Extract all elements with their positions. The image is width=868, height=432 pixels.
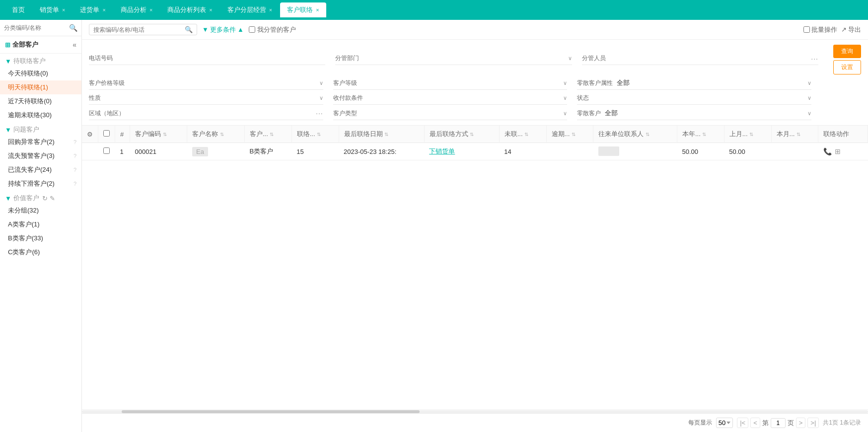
collapse-icon[interactable]: «: [72, 41, 76, 49]
query-button[interactable]: 查询: [833, 45, 861, 58]
settings-button[interactable]: 设置: [833, 60, 861, 74]
filter-retail-attr: 零散客户属性 全部 ∨: [577, 78, 811, 90]
filter-customer-type-select[interactable]: ∨: [361, 110, 568, 117]
col-index: #: [115, 126, 130, 143]
close-product-analysis[interactable]: ×: [149, 7, 152, 13]
close-purchase-order[interactable]: ×: [102, 7, 105, 13]
col-unit-contact[interactable]: 往来单位联系人 ⇅: [593, 126, 677, 143]
col-last-month[interactable]: 上月... ⇅: [724, 126, 771, 143]
filter-price-level-select[interactable]: ∨: [129, 80, 323, 86]
cell-type: B类客户: [244, 143, 291, 160]
export-btn[interactable]: ↗ 导出: [841, 25, 861, 34]
col-no-contact[interactable]: 未联... ⇅: [499, 126, 546, 143]
more-filter-btn[interactable]: ▼ 更多条件 ▲: [202, 25, 244, 34]
cell-this-month: [771, 143, 818, 160]
filter-status-select[interactable]: ∨: [593, 95, 811, 101]
sidebar-item-tomorrow[interactable]: 明天待联络(1): [0, 80, 81, 94]
my-customers-checkbox[interactable]: [249, 26, 255, 33]
chevron-down-icon-retail2: ∨: [807, 110, 811, 117]
nav-product-analysis-list[interactable]: 商品分析列表 ×: [160, 2, 219, 17]
filter-price-level: 客户价格等级 ∨: [89, 79, 323, 90]
cell-index: 1: [115, 143, 130, 160]
col-gear[interactable]: ⚙: [82, 126, 98, 143]
filter-payment-select[interactable]: ∨: [367, 95, 568, 101]
col-this-month[interactable]: 本月... ⇅: [771, 126, 818, 143]
nav-sales-order[interactable]: 销货单 ×: [33, 2, 72, 17]
nav-customer-contact[interactable]: 客户联络 ×: [280, 2, 326, 17]
sidebar-all-customers[interactable]: ⊞ 全部客户 «: [0, 36, 81, 54]
col-code[interactable]: 客户编码 ⇅: [130, 126, 187, 143]
first-page-btn[interactable]: |<: [737, 418, 748, 428]
last-page-btn[interactable]: >|: [807, 418, 819, 428]
sidebar-search-input[interactable]: [4, 24, 67, 31]
sidebar-item-overdue[interactable]: 逾期未联络(30): [0, 108, 81, 122]
close-customer-contact[interactable]: ×: [316, 7, 319, 13]
close-customer-tier[interactable]: ×: [269, 7, 272, 13]
batch-op-btn[interactable]: 批量操作: [803, 25, 837, 34]
filter-customer-type: 客户类型 ∨: [333, 109, 568, 120]
scrollbar-thumb[interactable]: [122, 410, 420, 413]
page-size-select[interactable]: 50: [716, 418, 733, 428]
sidebar-item-unclassified[interactable]: 未分组(32): [0, 204, 81, 217]
col-contact[interactable]: 联络... ⇅: [291, 126, 339, 143]
table-header-row: ⚙ # 客户编码 ⇅ 客户名称 ⇅: [82, 126, 868, 143]
col-name[interactable]: 客户名称 ⇅: [187, 126, 244, 143]
sort-method-icon: ⇅: [470, 132, 474, 137]
filter-manager-select[interactable]: ···: [610, 55, 818, 63]
grid-icon: ⊞: [5, 41, 10, 49]
sidebar-item-churn-warning[interactable]: 流失预警客户(3) ?: [0, 149, 81, 163]
prev-page-btn[interactable]: <: [750, 418, 760, 428]
sidebar-item-repurchase-abnormal[interactable]: 回购异常客户(2) ?: [0, 135, 81, 149]
col-type[interactable]: 客户... ⇅: [244, 126, 291, 143]
col-last-method[interactable]: 最后联络方式 ⇅: [424, 126, 499, 143]
edit-icon[interactable]: ✎: [50, 195, 55, 202]
filter-customer-level-select[interactable]: ∨: [361, 80, 568, 86]
select-all-checkbox[interactable]: [103, 130, 110, 137]
nav-product-analysis[interactable]: 商品分析 ×: [114, 2, 159, 17]
nav-purchase-order[interactable]: 进货单 ×: [73, 2, 112, 17]
col-last-date[interactable]: 最后联络日期 ⇅: [339, 126, 424, 143]
close-product-analysis-list[interactable]: ×: [209, 7, 212, 13]
customer-table: ⚙ # 客户编码 ⇅ 客户名称 ⇅: [82, 126, 868, 160]
cell-unit-contact: [593, 143, 677, 160]
search-icon[interactable]: 🔍: [185, 26, 193, 33]
filter-region: 区域（地区） ···: [89, 109, 323, 120]
refresh-icon[interactable]: ↻: [42, 195, 48, 202]
sidebar-item-today[interactable]: 今天待联络(0): [0, 67, 81, 80]
sort-contact-icon: ⇅: [317, 132, 321, 137]
sidebar-item-class-a[interactable]: A类客户(1): [0, 217, 81, 231]
col-this-year[interactable]: 本年... ⇅: [677, 126, 724, 143]
horizontal-scrollbar[interactable]: [82, 409, 868, 413]
action-grid-icon[interactable]: ⊞: [835, 147, 841, 155]
filter-icon: ▼: [202, 26, 209, 33]
filter-actions: 查询 设置: [833, 45, 861, 74]
col-overdue[interactable]: 逾期... ⇅: [546, 126, 593, 143]
sidebar-item-declining[interactable]: 持续下滑客户(2) ?: [0, 177, 81, 191]
nav-customer-tier[interactable]: 客户分层经营 ×: [220, 2, 279, 17]
help-icon-4: ?: [73, 181, 76, 187]
close-sales-order[interactable]: ×: [62, 7, 65, 13]
sidebar-search-icon[interactable]: 🔍: [69, 24, 77, 32]
search-input[interactable]: [93, 26, 183, 33]
col-action: 联络动作: [818, 126, 868, 143]
filter-region-select[interactable]: ···: [129, 109, 323, 117]
sidebar-item-7days[interactable]: 近7天待联络(0): [0, 94, 81, 108]
filter-payment: 收付款条件 ∨: [333, 94, 568, 105]
nav-home[interactable]: 首页: [5, 2, 32, 17]
next-page-btn[interactable]: >: [796, 418, 806, 428]
page-number-input[interactable]: [771, 418, 786, 428]
filter-nature-select[interactable]: ∨: [105, 95, 323, 101]
filter-retail-attr-select[interactable]: 全部 ∨: [617, 78, 811, 87]
col-checkbox: [98, 126, 115, 143]
filter-retail-customer-select[interactable]: 全部 ∨: [605, 109, 811, 118]
cell-name: Ea: [187, 143, 244, 160]
sort-overdue-icon: ⇅: [572, 132, 576, 137]
last-method-link[interactable]: 下销货单: [429, 147, 455, 155]
filter-dept-select[interactable]: ∨: [363, 55, 572, 62]
sidebar-item-churned[interactable]: 已流失客户(24) ?: [0, 163, 81, 177]
sidebar-item-class-c[interactable]: C类客户(6): [0, 245, 81, 259]
row-checkbox[interactable]: [103, 147, 110, 154]
action-phone-icon[interactable]: 📞: [823, 147, 832, 155]
batch-op-checkbox[interactable]: [803, 26, 810, 33]
sidebar-item-class-b[interactable]: B类客户(33): [0, 231, 81, 245]
